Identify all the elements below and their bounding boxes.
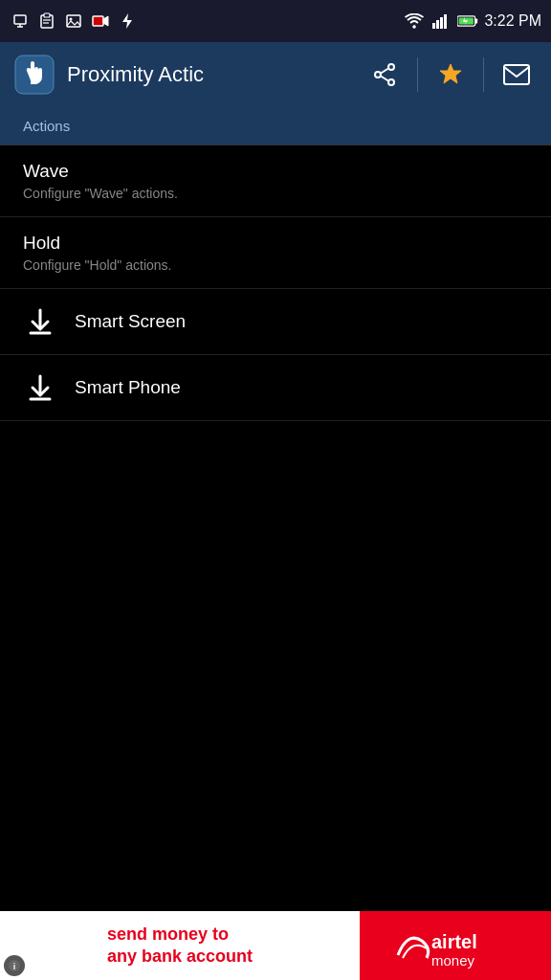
toolbar-divider-1 bbox=[417, 57, 418, 92]
section-label: Actions bbox=[23, 118, 70, 134]
svg-text:i: i bbox=[13, 962, 16, 971]
svg-rect-0 bbox=[14, 15, 26, 24]
app-bar: Proximity Actic bbox=[0, 42, 551, 107]
app-title: Proximity Actic bbox=[67, 62, 352, 87]
svg-rect-14 bbox=[436, 20, 439, 29]
hold-list-item[interactable]: Hold Configure "Hold" actions. bbox=[0, 217, 551, 289]
smart-screen-list-item[interactable]: Smart Screen bbox=[0, 289, 551, 355]
svg-rect-13 bbox=[432, 23, 435, 29]
ad-text: send money to any bank account bbox=[107, 924, 253, 969]
download-icon-smart-screen bbox=[23, 304, 57, 339]
svg-marker-11 bbox=[122, 13, 132, 29]
smart-screen-title: Smart Screen bbox=[75, 311, 186, 332]
status-bar: 3:22 PM bbox=[0, 0, 551, 42]
svg-line-26 bbox=[381, 77, 388, 81]
battery-charging-icon bbox=[457, 11, 478, 32]
svg-rect-4 bbox=[44, 13, 50, 17]
svg-point-24 bbox=[388, 79, 394, 85]
mail-button[interactable] bbox=[494, 52, 540, 98]
svg-text:money: money bbox=[431, 952, 475, 969]
wave-list-item[interactable]: Wave Configure "Wave" actions. bbox=[0, 145, 551, 217]
ad-left-section: send money to any bank account bbox=[0, 911, 360, 980]
status-icons-right: 3:22 PM bbox=[404, 11, 541, 32]
svg-marker-27 bbox=[440, 64, 461, 83]
wifi-icon bbox=[404, 11, 425, 32]
smart-phone-list-item[interactable]: Smart Phone bbox=[0, 355, 551, 421]
download-icon-smart-phone bbox=[23, 370, 57, 405]
section-header: Actions bbox=[0, 107, 551, 145]
svg-point-23 bbox=[375, 72, 381, 78]
lightning-icon bbox=[117, 11, 138, 32]
svg-text:airtel: airtel bbox=[431, 931, 477, 952]
notifications-icon bbox=[10, 11, 31, 32]
signal-icon bbox=[430, 11, 452, 32]
hold-title: Hold bbox=[23, 233, 528, 254]
wave-title: Wave bbox=[23, 161, 528, 182]
clipboard-icon bbox=[36, 11, 57, 32]
share-button[interactable] bbox=[362, 52, 408, 98]
video-icon bbox=[90, 11, 111, 32]
svg-rect-9 bbox=[93, 16, 103, 26]
svg-point-8 bbox=[70, 18, 73, 21]
svg-rect-7 bbox=[67, 15, 80, 27]
ad-banner[interactable]: send money to any bank account airtel mo… bbox=[0, 911, 551, 980]
svg-rect-16 bbox=[444, 14, 447, 29]
image-icon bbox=[63, 11, 84, 32]
favorite-button[interactable] bbox=[428, 52, 474, 98]
wave-subtitle: Configure "Wave" actions. bbox=[23, 186, 528, 201]
main-content: Wave Configure "Wave" actions. Hold Conf… bbox=[0, 145, 551, 421]
ad-info-button[interactable]: i bbox=[4, 955, 25, 976]
svg-point-12 bbox=[413, 25, 417, 29]
svg-rect-18 bbox=[475, 18, 478, 23]
ad-right-section: airtel money bbox=[360, 911, 551, 980]
svg-rect-15 bbox=[440, 17, 443, 29]
status-time: 3:22 PM bbox=[484, 12, 541, 30]
hold-subtitle: Configure "Hold" actions. bbox=[23, 257, 528, 273]
smart-phone-title: Smart Phone bbox=[75, 377, 181, 398]
status-icons-left bbox=[10, 11, 138, 32]
app-icon bbox=[11, 52, 57, 98]
toolbar-divider-2 bbox=[483, 57, 484, 92]
svg-line-25 bbox=[381, 69, 388, 74]
svg-point-22 bbox=[388, 64, 394, 70]
svg-rect-28 bbox=[504, 65, 529, 84]
